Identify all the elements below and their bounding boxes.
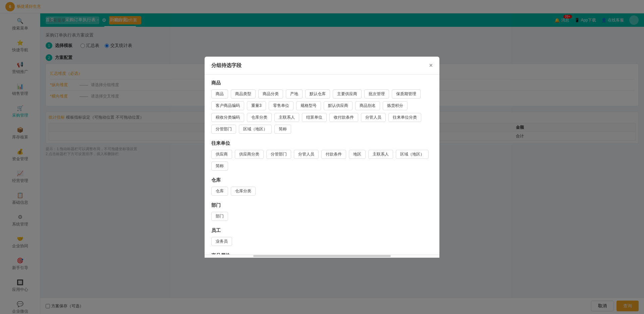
field-section-title-0: 商品	[211, 80, 433, 86]
field-section-1: 往来单位供应商供应商分类分管部门分管人员付款条件地区主联系人区域（地区）简称	[211, 140, 433, 171]
field-tag-0-17[interactable]: 主联系人	[274, 113, 299, 122]
field-tag-1-2[interactable]: 分管部门	[266, 150, 291, 159]
field-tag-0-0[interactable]: 商品	[211, 89, 228, 99]
field-tag-1-1[interactable]: 供应商分类	[235, 150, 264, 159]
field-tag-0-23[interactable]: 区域（地区）	[239, 125, 272, 134]
field-tag-0-19[interactable]: 收付款条件	[329, 113, 358, 122]
field-tag-0-2[interactable]: 商品分类	[258, 89, 283, 99]
modal-overlay: 分组待选字段 × 商品商品商品类型商品分类产地默认仓库主要供应商批次管理保质期管…	[0, 0, 644, 177]
field-tag-0-9[interactable]: 重量3	[247, 101, 266, 110]
field-tag-0-12[interactable]: 默认供应商	[324, 101, 353, 110]
field-tag-0-3[interactable]: 产地	[286, 89, 303, 99]
field-tag-0-4[interactable]: 默认仓库	[305, 89, 330, 99]
field-tag-0-18[interactable]: 结算单位	[302, 113, 327, 122]
field-tag-1-6[interactable]: 主联系人	[368, 150, 393, 159]
field-tag-1-0[interactable]: 供应商	[211, 150, 232, 159]
modal-body[interactable]: 商品商品商品类型商品分类产地默认仓库主要供应商批次管理保质期管理客户商品编码重量…	[205, 75, 439, 177]
field-tags-0: 商品商品类型商品分类产地默认仓库主要供应商批次管理保质期管理客户商品编码重量3零…	[211, 89, 433, 134]
field-tag-0-22[interactable]: 分管部门	[211, 125, 236, 134]
field-tag-0-15[interactable]: 税收分类编码	[211, 113, 244, 122]
field-section-title-1: 往来单位	[211, 140, 433, 146]
field-tag-1-4[interactable]: 付款条件	[321, 150, 346, 159]
modal: 分组待选字段 × 商品商品商品类型商品分类产地默认仓库主要供应商批次管理保质期管…	[205, 57, 439, 177]
field-tag-0-11[interactable]: 规格型号	[296, 101, 321, 110]
field-tag-0-6[interactable]: 批次管理	[364, 89, 389, 99]
field-tag-0-7[interactable]: 保质期管理	[392, 89, 421, 99]
field-section-0: 商品商品商品类型商品分类产地默认仓库主要供应商批次管理保质期管理客户商品编码重量…	[211, 80, 433, 134]
field-tag-0-10[interactable]: 零售单位	[269, 101, 293, 110]
field-tag-0-8[interactable]: 客户商品编码	[211, 101, 244, 110]
field-tag-1-7[interactable]: 区域（地区）	[396, 150, 429, 159]
field-tag-0-20[interactable]: 分管人员	[361, 113, 386, 122]
field-tag-0-13[interactable]: 商品别名	[355, 101, 380, 110]
field-tag-1-5[interactable]: 地区	[349, 150, 366, 159]
modal-close-button[interactable]: ×	[429, 62, 433, 69]
field-tag-0-24[interactable]: 简称	[274, 125, 291, 134]
modal-header: 分组待选字段 ×	[205, 57, 439, 75]
field-tags-1: 供应商供应商分类分管部门分管人员付款条件地区主联系人区域（地区）简称	[211, 150, 433, 171]
field-tag-0-1[interactable]: 商品类型	[231, 89, 256, 99]
field-tag-1-3[interactable]: 分管人员	[294, 150, 319, 159]
field-tag-0-21[interactable]: 往来单位分类	[388, 113, 421, 122]
field-tag-1-8[interactable]: 简称	[211, 162, 228, 171]
field-tag-0-16[interactable]: 仓库分类	[247, 113, 272, 122]
modal-title: 分组待选字段	[211, 62, 241, 69]
field-tag-0-5[interactable]: 主要供应商	[333, 89, 362, 99]
field-tag-0-14[interactable]: 炼货积分	[383, 101, 408, 110]
